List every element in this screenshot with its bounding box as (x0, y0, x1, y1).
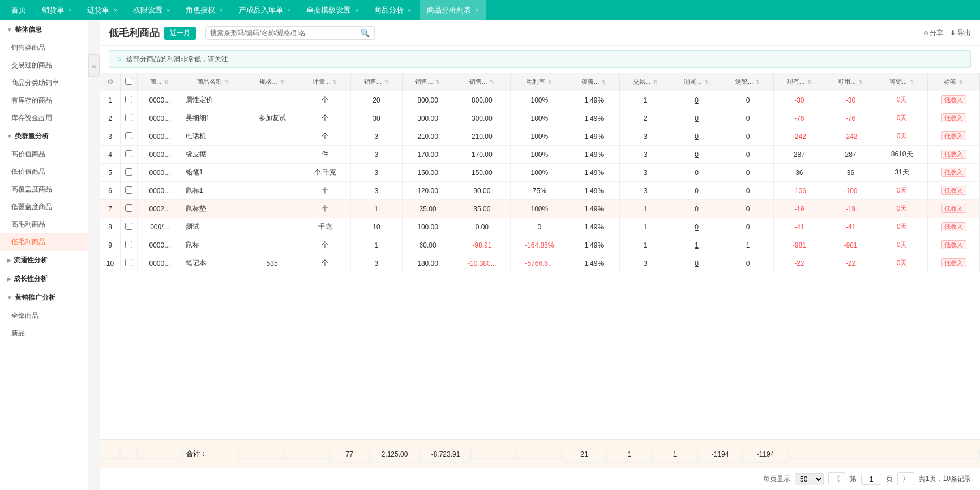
row-browse1[interactable]: 0 (671, 146, 722, 164)
nav-item-products[interactable]: 产成品入库单 × (232, 0, 297, 20)
sidebar-item-traded-goods[interactable]: 交易过的商品 (0, 57, 88, 74)
nav-item-analysis[interactable]: 商品分析 × (367, 0, 418, 20)
row-browse1[interactable]: 0 (671, 218, 722, 236)
close-icon[interactable]: × (69, 7, 72, 14)
nav-item-analysis-list[interactable]: 商品分析列表 × (420, 0, 485, 20)
row-checkbox[interactable] (125, 204, 132, 212)
next-page-button[interactable]: 〉 (897, 472, 914, 485)
col-sale-amount[interactable]: 销售... ⇅ (453, 73, 511, 91)
row-browse1[interactable]: 0 (671, 182, 722, 200)
close-icon[interactable]: × (114, 7, 117, 14)
row-browse1[interactable]: 0 (671, 109, 722, 127)
sidebar-item-high-margin[interactable]: 高毛利商品 (0, 216, 88, 233)
col-browse1[interactable]: 浏览... ⇅ (671, 73, 722, 91)
sidebar-item-category-rate[interactable]: 商品分类助销率 (0, 74, 88, 92)
sidebar-group-general[interactable]: ▼ 整体信息 (0, 20, 88, 39)
nav-item-purchase[interactable]: 进货单 × (80, 0, 123, 20)
col-spec[interactable]: 规格... ⇅ (245, 73, 299, 91)
sidebar-item-low-margin[interactable]: 低毛利商品 (0, 233, 88, 251)
sidebar-group-flow[interactable]: ▶ 流通性分析 (0, 251, 88, 270)
col-saleable[interactable]: 可销... ⇅ (876, 73, 928, 91)
row-browse2: 0 (722, 91, 774, 109)
row-checkbox-cell[interactable] (121, 254, 138, 272)
row-checkbox[interactable] (125, 186, 132, 194)
col-settings[interactable]: ⚙ (100, 73, 121, 91)
col-name[interactable]: 商品名称 ⇅ (182, 73, 245, 91)
sidebar-group-cluster[interactable]: ▼ 类群量分析 (0, 127, 88, 146)
row-checkbox[interactable] (125, 150, 132, 157)
nav-item-home[interactable]: 首页 (5, 0, 33, 20)
row-num: 10 (100, 254, 121, 272)
row-checkbox-cell[interactable] (121, 218, 138, 236)
close-icon[interactable]: × (167, 7, 170, 14)
close-icon[interactable]: × (220, 7, 223, 14)
col-available[interactable]: 可用... ⇅ (825, 73, 876, 91)
sidebar-item-sales-goods[interactable]: 销售类商品 (0, 39, 88, 57)
row-checkbox[interactable] (125, 96, 132, 103)
row-browse1[interactable]: 0 (671, 127, 722, 146)
row-checkbox-cell[interactable] (121, 146, 138, 164)
sidebar-item-high-value[interactable]: 高价值商品 (0, 146, 88, 163)
col-browse2[interactable]: 浏览... ⇅ (722, 73, 774, 91)
row-checkbox[interactable] (125, 132, 132, 139)
col-stock[interactable]: 现有... ⇅ (773, 73, 825, 91)
nav-item-permissions[interactable]: 权限设置 × (126, 0, 177, 20)
nav-item-roles[interactable]: 角色授权 × (179, 0, 229, 20)
sidebar-item-all-goods[interactable]: 全部商品 (0, 307, 88, 325)
share-button[interactable]: ⎋ 分享 (924, 28, 943, 38)
row-checkbox-cell[interactable] (121, 182, 138, 200)
row-checkbox[interactable] (125, 168, 132, 176)
col-sale-qty[interactable]: 销售... ⇅ (351, 73, 403, 91)
sidebar-item-inventory-funds[interactable]: 库存资金占用 (0, 109, 88, 127)
row-checkbox-cell[interactable] (121, 164, 138, 182)
row-spec: 参加复试 (245, 109, 299, 127)
sidebar-item-in-stock[interactable]: 有库存的商品 (0, 92, 88, 109)
search-input[interactable] (210, 29, 360, 37)
nav-item-template[interactable]: 单据模板设置 × (299, 0, 365, 20)
row-available: 287 (825, 146, 876, 164)
row-browse1[interactable]: 0 (671, 200, 722, 218)
col-gross-rate[interactable]: 毛利率 ⇅ (511, 73, 568, 91)
sidebar-group-marketing[interactable]: ▼ 营销推广分析 (0, 288, 88, 307)
row-name: 吴细细1 (182, 109, 245, 127)
row-browse1[interactable]: 0 (671, 164, 722, 182)
content-header: 低毛利商品 近一月 🔍 ⎋ 分享 ⬇ 导出 (100, 20, 980, 46)
row-browse1[interactable]: 0 (671, 254, 722, 272)
row-checkbox-cell[interactable] (121, 236, 138, 254)
sidebar-item-new-goods[interactable]: 新品 (0, 325, 88, 342)
row-checkbox-cell[interactable] (121, 127, 138, 146)
search-icon[interactable]: 🔍 (360, 28, 370, 37)
row-checkbox[interactable] (125, 259, 132, 266)
col-sale-price[interactable]: 销售... ⇅ (402, 73, 453, 91)
close-icon[interactable]: × (355, 7, 358, 14)
sidebar-item-low-coverage[interactable]: 低覆盖度商品 (0, 198, 88, 216)
row-checkbox[interactable] (125, 223, 132, 230)
row-checkbox[interactable] (125, 114, 132, 121)
page-size-select[interactable]: 50 100 200 (795, 473, 824, 485)
page-number-input[interactable] (861, 474, 881, 485)
close-icon[interactable]: × (288, 7, 291, 14)
col-coverage[interactable]: 覆盖... ⇅ (568, 73, 620, 91)
row-checkbox-cell[interactable] (121, 200, 138, 218)
sidebar-item-high-coverage[interactable]: 高覆盖度商品 (0, 181, 88, 198)
row-checkbox-cell[interactable] (121, 109, 138, 127)
export-button[interactable]: ⬇ 导出 (950, 28, 971, 38)
close-icon[interactable]: × (476, 7, 479, 14)
prev-page-button[interactable]: 〈 (828, 472, 845, 485)
col-code[interactable]: 商... ⇅ (138, 73, 182, 91)
col-checkbox[interactable] (121, 73, 138, 91)
col-unit[interactable]: 计量... ⇅ (299, 73, 351, 91)
col-trade[interactable]: 交易... ⇅ (619, 73, 671, 91)
row-checkbox[interactable] (125, 241, 132, 248)
sidebar-item-low-value[interactable]: 低价值商品 (0, 163, 88, 181)
row-checkbox-cell[interactable] (121, 91, 138, 109)
close-icon[interactable]: × (408, 7, 411, 14)
nav-item-sales[interactable]: 销货单 × (35, 0, 78, 20)
col-tag[interactable]: 标签 ⇅ (928, 73, 980, 91)
date-filter-button[interactable]: 近一月 (164, 27, 196, 40)
sidebar-group-growth[interactable]: ▶ 成长性分析 (0, 270, 88, 288)
row-browse1[interactable]: 0 (671, 91, 722, 109)
select-all-checkbox[interactable] (125, 78, 132, 85)
row-browse1[interactable]: 1 (671, 236, 722, 254)
sidebar-collapse-button[interactable]: « (88, 54, 100, 77)
